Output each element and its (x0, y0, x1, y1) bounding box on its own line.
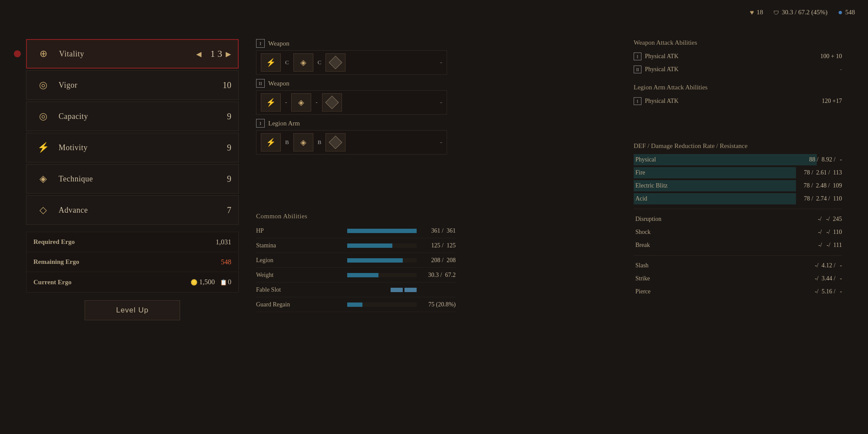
weapon-2-slot-gem[interactable] (322, 93, 342, 112)
legion-slot-bolt[interactable] (261, 133, 281, 151)
legion-slot-gem[interactable] (326, 133, 345, 151)
remaining-ergo-label: Remaining Ergo (33, 258, 221, 266)
legion-atk-1-roman: I (634, 97, 641, 105)
def-disruption-label: Disruption (634, 216, 773, 223)
weight-value: 30.3 / 67.2 (45%) (782, 9, 827, 16)
legion-grade-2: B (318, 139, 322, 146)
common-abilities-title: Common Abilities (256, 213, 456, 220)
capacity-value: 9 (214, 112, 231, 122)
weapon-2-grade-2: - (316, 99, 317, 106)
common-abilities-panel: Common Abilities HP 361 / 361 Stamina 12… (256, 213, 456, 312)
stat-row-technique[interactable]: Technique 9 (26, 164, 239, 194)
vitality-arrow-left[interactable]: ◀ (196, 50, 201, 58)
vitality-label: Vitality (59, 49, 189, 59)
def-row-disruption: Disruption -/ -/ 245 (634, 213, 842, 226)
current-ergo-row: Current Ergo 🪙1,500 📋0 (26, 272, 238, 292)
stat-row-vitality[interactable]: Vitality ◀ 1 3 ▶ (26, 39, 239, 69)
weapon-1-slots[interactable]: C C - (256, 50, 447, 75)
def-acid-values: 78 / 2.74 / 110 (773, 195, 842, 202)
legion-atk-1-name: Physical ATK (645, 98, 819, 105)
def-row-strike: Strike -/ 3.44 / - (634, 272, 842, 285)
weapon-2-slot-shield[interactable] (291, 93, 311, 112)
weapon-atk-1-name: Physical ATK (645, 53, 817, 60)
required-ergo-label: Required Ergo (33, 238, 216, 246)
def-break-label: Break (634, 242, 773, 249)
weapon-2-grade-1: - (285, 99, 287, 106)
weapon-1-roman: I (256, 39, 265, 48)
def-physical-values: 88 / 8.92 / - (773, 156, 842, 163)
weapon-2-slots[interactable]: - - - (256, 90, 447, 115)
hp-label: HP (256, 227, 347, 234)
legion-label: Legion Arm (268, 120, 300, 127)
def-pierce-label: Pierce (634, 288, 773, 295)
weapon-1-slot-shield[interactable] (293, 53, 313, 72)
def-disruption-values: -/ -/ 245 (773, 216, 842, 223)
capacity-icon (33, 107, 53, 126)
ability-row-hp: HP 361 / 361 (256, 224, 456, 238)
legion-slots[interactable]: B B - (256, 130, 447, 155)
weapon-2-label: Weapon (268, 80, 289, 87)
weapon-1-grade-2: C (318, 59, 322, 66)
gem-icon-1 (329, 56, 342, 69)
guard-regain-value: 75 (20.8%) (421, 301, 456, 308)
def-electric-label: Electric Blitz (634, 182, 773, 189)
shield-slot-icon-1 (300, 58, 306, 67)
legion-atk-1-row: I Physical ATK 120 +17 (634, 95, 842, 108)
stat-row-advance[interactable]: Advance 7 (26, 195, 239, 225)
def-shock-label: Shock (634, 229, 773, 236)
stat-row-vigor[interactable]: Vigor 10 (26, 70, 239, 100)
stat-row-motivity[interactable]: Motivity 9 (26, 133, 239, 162)
vigor-icon (33, 76, 53, 95)
def-physical-label: Physical (634, 156, 773, 163)
technique-label: Technique (59, 174, 214, 184)
def-strike-values: -/ 3.44 / - (773, 275, 842, 282)
hp-bar (347, 229, 417, 233)
weight-bar-wrap (347, 273, 417, 277)
top-hud: 18 30.3 / 67.2 (45%) 548 (750, 8, 855, 17)
weapon-atk-1-value: 100 + 10 (820, 53, 842, 60)
ability-row-fable: Fable Slot (256, 283, 456, 297)
legion-grade-1: B (285, 139, 289, 146)
shield-slot-icon-2 (298, 98, 304, 107)
bolt-icon-1 (266, 58, 276, 67)
right-panel: Weapon Attack Abilities I Physical ATK 1… (634, 39, 842, 298)
orb-value: 548 (845, 9, 855, 16)
def-strike-label: Strike (634, 275, 773, 282)
def-row-fire: Fire 78 / 2.61 / 113 (634, 166, 842, 179)
def-row-slash: Slash -/ 4.12 / - (634, 259, 842, 272)
legion-slot-shield[interactable] (293, 133, 313, 151)
guard-regain-bar-wrap (347, 302, 417, 307)
weapon-2-slot-bolt[interactable] (261, 93, 281, 112)
weapon-section-1: I Weapon C C - (256, 39, 447, 75)
remaining-ergo-value: 548 (221, 258, 231, 266)
red-dot-indicator (14, 50, 21, 57)
motivity-icon (33, 138, 53, 157)
stat-arrows-vitality[interactable]: ◀ 1 3 ▶ (196, 48, 231, 59)
weapon-1-slot-gem[interactable] (326, 53, 345, 72)
motivity-label: Motivity (59, 143, 214, 152)
weapon-atk-2-roman: II (634, 66, 641, 73)
def-row-break: Break -/ -/ 111 (634, 239, 842, 252)
technique-value: 9 (214, 174, 231, 184)
legion-bar-wrap (347, 258, 417, 263)
weight-value: 30.3 / 67.2 (421, 272, 456, 279)
level-up-button[interactable]: Level Up (85, 300, 180, 320)
weapon-atk-2-row: II Physical ATK - (634, 63, 842, 76)
fable-label: Fable Slot (256, 286, 391, 293)
stat-row-capacity[interactable]: Capacity 9 (26, 102, 239, 131)
hp-value: 361 / 361 (421, 227, 456, 234)
legion-arm-header: I Legion Arm (256, 119, 447, 128)
weapon-atk-1-roman: I (634, 53, 641, 60)
ergo-section: Required Ergo 1,031 Remaining Ergo 548 C… (26, 232, 239, 293)
def-shock-values: -/ -/ 110 (773, 229, 842, 236)
gem-icon-2 (325, 95, 339, 109)
technique-icon (33, 169, 53, 188)
weapon-1-grade-1: C (285, 59, 289, 66)
legion-attack-title: Legion Arm Attack Abilities (634, 84, 842, 91)
vitality-arrow-right[interactable]: ▶ (226, 50, 231, 58)
defense-divider-2 (634, 255, 842, 256)
advance-icon (33, 201, 53, 220)
weight-bar (347, 273, 378, 277)
def-row-shock: Shock -/ -/ 110 (634, 226, 842, 239)
weapon-1-slot-bolt[interactable] (261, 53, 281, 72)
